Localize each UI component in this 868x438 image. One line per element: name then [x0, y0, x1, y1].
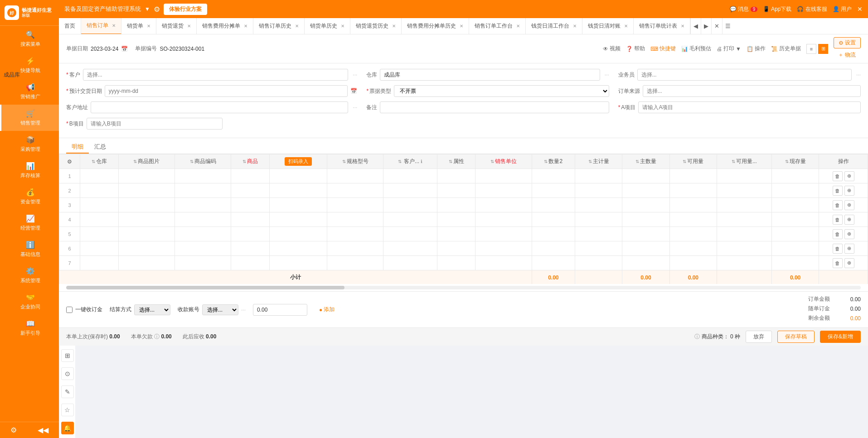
row-warehouse[interactable]: [80, 256, 118, 270]
row-customer-order[interactable]: [383, 227, 437, 241]
row-attribute[interactable]: [437, 183, 475, 198]
warehouse-input[interactable]: [380, 69, 600, 81]
row-main-unit[interactable]: [575, 227, 622, 241]
row-available2[interactable]: [717, 256, 772, 270]
tab-home[interactable]: 首页: [59, 18, 81, 34]
discard-button[interactable]: 放弃: [746, 331, 772, 343]
th-main-qty[interactable]: 主数量: [622, 154, 669, 169]
row-stock[interactable]: [771, 212, 819, 227]
row-quantity2[interactable]: [532, 241, 575, 256]
row-warehouse[interactable]: [80, 183, 118, 198]
row-main-unit[interactable]: [575, 212, 622, 227]
row-main-qty[interactable]: [622, 212, 669, 227]
customer-dots[interactable]: ···: [353, 72, 357, 78]
tab-next-btn[interactable]: ▶: [701, 18, 711, 34]
tab-close-icon[interactable]: ✕: [341, 24, 344, 29]
tab-stats[interactable]: 销售订单统计表 ✕: [634, 18, 690, 34]
remarks-input[interactable]: [380, 101, 609, 113]
row-warehouse[interactable]: [80, 212, 118, 227]
amount-input[interactable]: [253, 304, 307, 316]
row-main-unit[interactable]: [575, 198, 622, 212]
row-main-unit[interactable]: [575, 169, 622, 183]
row-main-qty[interactable]: [622, 169, 669, 183]
tab-sales-invoice[interactable]: 销货单 ✕: [121, 18, 156, 34]
tab-menu-btn[interactable]: ☰: [722, 18, 733, 34]
tab-detail[interactable]: 明细: [66, 141, 89, 154]
invoice-type-select[interactable]: 不开票: [394, 85, 609, 97]
tab-daily-workbench[interactable]: 钱货日清工作台 ✕: [526, 18, 582, 34]
salesperson-dots[interactable]: ···: [856, 72, 861, 78]
copy-row-btn[interactable]: ⊕: [844, 258, 854, 268]
app-download-btn[interactable]: 📱 App下载: [763, 5, 791, 13]
row-customer-order[interactable]: [383, 198, 437, 212]
row-stock[interactable]: [771, 169, 819, 183]
account-dots[interactable]: ···: [241, 307, 246, 313]
tab-close-icon[interactable]: ✕: [392, 24, 396, 29]
row-customer-order[interactable]: [383, 183, 437, 198]
tab-expense-history[interactable]: 销售费用分摊单历史 ✕: [402, 18, 469, 34]
row-stock[interactable]: [771, 227, 819, 241]
row-attribute[interactable]: [437, 198, 475, 212]
add-payment-btn[interactable]: ● 添加: [315, 304, 339, 315]
th-customer-order[interactable]: 客户... ℹ: [383, 154, 437, 169]
tab-close-icon[interactable]: ✕: [624, 24, 628, 29]
sidebar-item-inventory[interactable]: 📊 库存核算: [0, 157, 59, 183]
row-product[interactable]: [231, 198, 269, 212]
th-warehouse[interactable]: 仓库: [80, 154, 118, 169]
add-logistics-btn[interactable]: ＋ 物流: [834, 50, 861, 60]
row-stock[interactable]: [771, 183, 819, 198]
tab-sales-return[interactable]: 销货退货 ✕: [156, 18, 197, 34]
delete-row-btn[interactable]: 🗑: [833, 258, 843, 268]
copy-row-btn[interactable]: ⊕: [844, 200, 854, 210]
sidebar-collapse-icon[interactable]: ◀◀: [38, 426, 48, 434]
row-spec[interactable]: [327, 256, 383, 270]
salesperson-input[interactable]: [637, 69, 852, 81]
row-customer-order[interactable]: [383, 241, 437, 256]
right-btn-1[interactable]: ⊞: [61, 349, 74, 362]
a-project-input[interactable]: [638, 101, 861, 113]
row-attribute[interactable]: [437, 256, 475, 270]
sidebar-item-guide[interactable]: 📖 新手引导: [0, 315, 59, 341]
row-product-code[interactable]: [175, 169, 231, 183]
th-stock[interactable]: 现存量: [771, 154, 819, 169]
row-product[interactable]: [231, 212, 269, 227]
gear-icon[interactable]: ⚙: [154, 5, 160, 14]
copy-row-btn[interactable]: ⊕: [844, 171, 854, 181]
list-view-btn[interactable]: ≡: [806, 44, 816, 54]
row-attribute[interactable]: [437, 212, 475, 227]
tab-sales-workbench[interactable]: 销售订单工作台 ✕: [469, 18, 526, 34]
th-product-image[interactable]: 商品图片: [118, 154, 175, 169]
row-warehouse[interactable]: [80, 169, 118, 183]
b-project-input[interactable]: [87, 118, 223, 130]
row-customer-order[interactable]: [383, 256, 437, 270]
row-product-code[interactable]: [175, 227, 231, 241]
help-btn[interactable]: ❓ 帮助: [626, 45, 645, 53]
row-main-qty[interactable]: [622, 241, 669, 256]
sidebar-item-marketing[interactable]: 📢 营销推广: [0, 78, 59, 105]
row-sales-unit[interactable]: [475, 212, 532, 227]
th-attribute[interactable]: 属性: [437, 154, 475, 169]
row-quantity2[interactable]: [532, 227, 575, 241]
scan-button[interactable]: 扫码录入: [285, 157, 312, 166]
th-sales-unit[interactable]: 销售单位: [475, 154, 532, 169]
row-product-code[interactable]: [175, 198, 231, 212]
row-main-qty[interactable]: [622, 198, 669, 212]
tab-close-icon[interactable]: ✕: [516, 24, 520, 29]
row-available2[interactable]: [717, 227, 772, 241]
row-sales-unit[interactable]: [475, 183, 532, 198]
row-available[interactable]: [669, 183, 717, 198]
tab-close-all-btn[interactable]: ✕: [711, 18, 722, 34]
address-dots[interactable]: ···: [353, 104, 357, 111]
row-spec[interactable]: [327, 169, 383, 183]
th-available2[interactable]: 可用量...: [717, 154, 772, 169]
operation-btn[interactable]: 📋 操作: [747, 45, 766, 53]
row-main-unit[interactable]: [575, 241, 622, 256]
copy-row-btn[interactable]: ⊕: [844, 244, 854, 254]
tab-prev-btn[interactable]: ◀: [690, 18, 701, 34]
tab-invoice-history[interactable]: 销货单历史 ✕: [305, 18, 350, 34]
th-quantity2[interactable]: 数量2: [532, 154, 575, 169]
tab-close-icon[interactable]: ✕: [112, 23, 116, 28]
row-quantity2[interactable]: [532, 169, 575, 183]
grid-view-btn[interactable]: ⊞: [818, 44, 828, 54]
delivery-date-input[interactable]: [105, 85, 348, 97]
